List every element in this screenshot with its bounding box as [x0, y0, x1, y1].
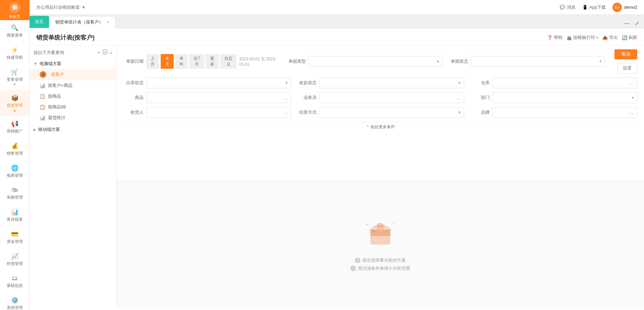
logo[interactable]: 畅 标账页 — [0, 0, 30, 20]
receiver-input[interactable]: ... — [146, 107, 291, 118]
goods-dots[interactable]: ... — [283, 95, 287, 100]
export-icon: 📤 — [602, 35, 608, 40]
staff-input[interactable]: ... — [319, 92, 464, 103]
plan-group-mobile-header[interactable]: ▶ 移动端方案 — [30, 124, 116, 135]
tab-close-icon[interactable]: × — [106, 19, 110, 25]
sidebar-item-ecommerce[interactable]: 🌐 电商管理 — [0, 160, 29, 183]
sidebar-item-label: 销售管理 — [7, 151, 23, 156]
last7-btn[interactable]: 近7天 — [189, 54, 204, 69]
export-btn[interactable]: 📤 导出 — [602, 35, 618, 41]
sidebar-item-search[interactable]: 🔍 搜索菜单 — [0, 20, 29, 42]
filter-item-dept: 部门 ▾ — [470, 92, 637, 103]
doc-type-label: 单据类型 — [286, 58, 306, 64]
app-download-btn[interactable]: 📱 App下载 — [582, 4, 606, 10]
sidebar-item-quicknav[interactable]: ⚡ 快捷导航 — [0, 42, 29, 64]
help-btn[interactable]: ❓ 帮助 — [547, 35, 562, 41]
refresh-label: 刷新 — [629, 35, 637, 41]
wholesale-expand-icon: ▲ — [13, 108, 16, 112]
edit-scheme-btn[interactable]: ✎ — [102, 49, 108, 56]
empty-hint-2: 2 用过滤条件来缩小分析范围 — [351, 265, 410, 271]
sidebar-item-wholesale[interactable]: 📦 批发管理 ▲ — [0, 90, 29, 116]
more-date-btn[interactable]: 更多 — [206, 54, 219, 69]
plan-item-return-stats[interactable]: 📊 退货统计 — [30, 112, 116, 123]
header-dropdown-icon[interactable]: ▾ — [83, 5, 85, 10]
goods-input[interactable]: ... — [146, 92, 291, 103]
sidebar-item-sales[interactable]: 💰 销售管理 — [0, 138, 29, 160]
filter-row-1: 单据日期 上月 本月 本年 近7天 更多 自定义 2023-03-01 至 20… — [123, 49, 637, 73]
doc-type-input[interactable]: ▾ — [309, 56, 443, 67]
search-icon: 🔍 — [11, 24, 18, 32]
search-btn[interactable]: 查询 — [614, 49, 637, 59]
dept-arrow-icon: ▾ — [632, 95, 634, 100]
collapse-label: 收起更多条件 — [371, 124, 395, 130]
tab-bar: 首页 销货单统计表（按客户） × — ⤢ — [30, 15, 644, 28]
plan-group-desktop: ▼ 电脑端方案 👤 按客户 📊 按客户+商品 — [30, 59, 116, 123]
active-item-indicator: 👤 — [40, 71, 46, 78]
collapse-panel-btn[interactable]: « — [110, 50, 112, 55]
tab-home[interactable]: 首页 — [30, 16, 49, 28]
svg-text:✦: ✦ — [390, 229, 392, 232]
sidebar-item-purchase[interactable]: 🛍 采购管理 — [0, 183, 29, 204]
tab-minimize-icon[interactable]: — — [623, 19, 631, 28]
print-btn[interactable]: 🖨️ 按模板打印 ▾ — [567, 35, 598, 41]
payment-status-input[interactable]: ▾ — [319, 78, 464, 88]
sidebar-item-basic[interactable]: 🗂 基础信息 — [0, 271, 29, 293]
retail-expand-icon: ▼ — [13, 83, 16, 86]
sidebar-item-label: 营销推广 — [7, 128, 23, 134]
sidebar-item-label: 库存核算 — [7, 217, 23, 222]
svg-point-7 — [379, 225, 380, 226]
date-label: 单据日期 — [123, 58, 144, 64]
payment-status-arrow-icon: ▾ — [459, 81, 461, 85]
finance-icon: 💳 — [11, 230, 18, 238]
filter-item-settlement: 结算方式 ▾ — [297, 107, 464, 118]
header-left: 办公用品行业模拟账套 ▾ — [36, 4, 85, 10]
this-year-btn[interactable]: 本年 — [175, 54, 188, 69]
message-label: 消息 — [567, 4, 576, 10]
sidebar-item-operations[interactable]: 📈 经营管理 — [0, 249, 29, 271]
settlement-input[interactable]: ▾ — [319, 107, 464, 118]
sidebar-item-retail[interactable]: 🛒 零售管理 ▼ — [0, 64, 29, 90]
filter-panel-actions: + ✎ « — [97, 49, 112, 56]
dept-input[interactable]: ▾ — [492, 92, 637, 103]
this-month-btn[interactable]: 本月 — [161, 54, 174, 69]
tab-maximize-icon[interactable]: ⤢ — [634, 19, 641, 28]
main: 办公用品行业模拟账套 ▾ 💬 消息 📱 App下载 Ea demo2 首页 — [30, 0, 644, 310]
sidebar-item-finance[interactable]: 💳 资金管理 — [0, 226, 29, 249]
doc-status-input[interactable]: ▾ — [471, 56, 605, 67]
sidebar-item-system[interactable]: ⚙️ 系统管理 — [0, 293, 29, 310]
brand-label: 品牌 — [470, 109, 490, 115]
sidebar-item-marketing[interactable]: 📢 营销推广 — [0, 116, 29, 138]
header-right: 💬 消息 📱 App下载 Ea demo2 — [560, 3, 637, 12]
plan-item-by-customer[interactable]: 👤 按客户 — [30, 69, 116, 80]
plan-item-customer-goods[interactable]: 📊 按客户+商品 — [30, 80, 116, 91]
plan-item-by-goods99[interactable]: 📋 按商品99 — [30, 102, 116, 112]
out-status-input[interactable]: ▾ — [146, 78, 291, 88]
sidebar-item-label: 批发管理 — [7, 103, 23, 108]
app-download-icon: 📱 — [582, 5, 588, 10]
plan-item-return-stats-icon: 📊 — [40, 115, 45, 120]
receiver-dots[interactable]: ... — [283, 110, 287, 115]
last-month-btn[interactable]: 上月 — [146, 54, 159, 69]
staff-dots[interactable]: ... — [457, 95, 461, 100]
sidebar-item-inventory[interactable]: 📊 库存核算 — [0, 204, 29, 226]
sidebar-item-label: 电商管理 — [7, 173, 23, 178]
warehouse-input[interactable]: ... — [492, 78, 637, 88]
plan-group-desktop-header[interactable]: ▼ 电脑端方案 — [30, 59, 116, 69]
add-scheme-btn[interactable]: + — [97, 50, 100, 56]
plan-item-label: 按商品 — [48, 93, 61, 99]
user-avatar[interactable]: Ea — [612, 3, 622, 12]
collapse-more-conditions-btn[interactable]: ⌃ 收起更多条件 — [123, 122, 637, 132]
help-icon: ❓ — [547, 35, 552, 40]
brand-dots[interactable]: ... — [630, 110, 634, 115]
settings-btn[interactable]: 设置 — [617, 63, 637, 73]
refresh-btn[interactable]: 🔄 刷新 — [622, 35, 637, 41]
active-item-icon: 👤 — [41, 73, 45, 76]
plan-item-by-goods[interactable]: 📋 按商品 — [30, 91, 116, 102]
warehouse-dots[interactable]: ... — [630, 80, 634, 86]
user-info[interactable]: Ea demo2 — [612, 3, 637, 12]
filter-item-warehouse: 仓库 ... — [470, 78, 637, 88]
custom-date-btn[interactable]: 自定义 — [220, 54, 236, 69]
message-btn[interactable]: 💬 消息 — [560, 4, 576, 10]
tab-sales-stats[interactable]: 销货单统计表（按客户） × — [50, 16, 115, 28]
brand-input[interactable]: ... — [492, 107, 637, 118]
